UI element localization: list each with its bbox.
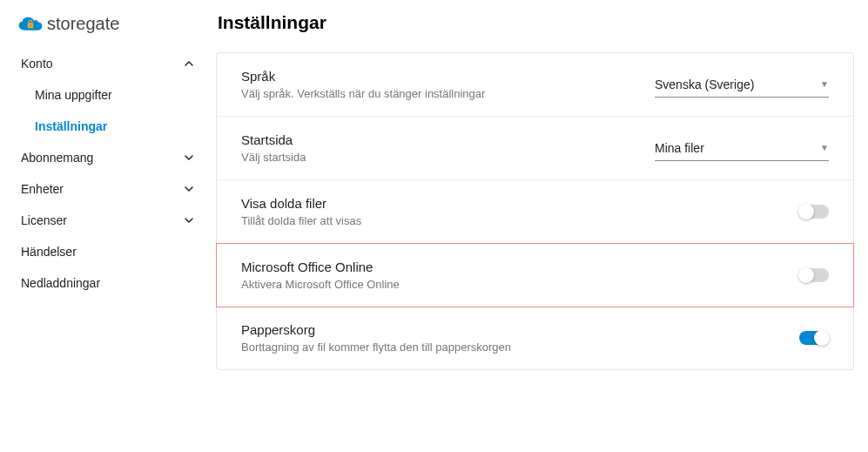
- setting-title: Visa dolda filer: [241, 196, 361, 211]
- sidebar-item-label: Mina uppgifter: [35, 88, 112, 102]
- setting-labels: Språk Välj språk. Verkställs när du stän…: [241, 69, 485, 100]
- select-value: Svenska (Sverige): [655, 78, 754, 91]
- settings-card: Språk Välj språk. Verkställs när du stän…: [216, 52, 854, 370]
- setting-desc: Aktivera Microsoft Office Online: [241, 278, 400, 291]
- sidebar-item-nedladdningar[interactable]: Nedladdningar: [0, 267, 216, 299]
- chevron-up-icon: [183, 57, 195, 70]
- sidebar-item-handelser[interactable]: Händelser: [0, 236, 216, 267]
- page-title: Inställningar: [216, 12, 854, 33]
- sidebar: storegate Konto Mina uppgifter Inställni…: [0, 0, 216, 452]
- setting-title: Startsida: [241, 132, 306, 147]
- setting-desc: Välj startsida: [241, 151, 306, 164]
- chevron-down-icon: [183, 183, 195, 195]
- trash-toggle[interactable]: [799, 331, 829, 345]
- sidebar-item-mina-uppgifter[interactable]: Mina uppgifter: [0, 79, 216, 111]
- logo[interactable]: storegate: [0, 14, 216, 48]
- sidebar-item-label: Licenser: [21, 213, 67, 227]
- sidebar-item-label: Nedladdningar: [21, 276, 100, 290]
- logo-text: storegate: [47, 14, 119, 34]
- setting-labels: Microsoft Office Online Aktivera Microso…: [241, 260, 400, 291]
- sidebar-item-label: Enheter: [21, 182, 64, 196]
- main: Inställningar Språk Välj språk. Verkstäl…: [216, 0, 868, 452]
- caret-down-icon: ▼: [820, 79, 829, 89]
- toggle-knob: [814, 330, 830, 346]
- caret-down-icon: ▼: [820, 143, 829, 152]
- hidden-files-toggle[interactable]: [799, 205, 829, 219]
- startpage-select[interactable]: Mina filer ▼: [655, 136, 829, 161]
- sidebar-item-label: Konto: [21, 57, 53, 71]
- setting-row-language: Språk Välj språk. Verkställs när du stän…: [217, 53, 853, 117]
- language-select[interactable]: Svenska (Sverige) ▼: [655, 72, 829, 98]
- setting-row-hidden-files: Visa dolda filer Tillåt dolda filer att …: [217, 180, 853, 244]
- sidebar-item-installningar[interactable]: Inställningar: [0, 111, 216, 142]
- sidebar-item-label: Händelser: [21, 245, 77, 259]
- setting-desc: Borttagning av fil kommer flytta den til…: [241, 341, 511, 354]
- setting-title: Microsoft Office Online: [241, 260, 400, 274]
- cloud-lock-icon: [17, 15, 44, 34]
- chevron-down-icon: [183, 214, 195, 226]
- select-value: Mina filer: [655, 141, 704, 155]
- chevron-down-icon: [183, 152, 195, 164]
- toggle-knob: [798, 267, 814, 283]
- toggle-knob: [798, 204, 814, 219]
- sidebar-item-konto[interactable]: Konto: [0, 48, 216, 79]
- sidebar-item-licenser[interactable]: Licenser: [0, 205, 216, 236]
- sidebar-item-label: Abonnemang: [21, 151, 93, 165]
- setting-row-trash: Papperskorg Borttagning av fil kommer fl…: [217, 307, 853, 369]
- setting-labels: Papperskorg Borttagning av fil kommer fl…: [241, 322, 511, 354]
- setting-desc: Tillåt dolda filer att visas: [241, 214, 361, 227]
- setting-row-startpage: Startsida Välj startsida Mina filer ▼: [217, 117, 853, 180]
- svg-point-1: [30, 24, 31, 26]
- sidebar-item-label: Inställningar: [35, 119, 107, 133]
- sidebar-item-enheter[interactable]: Enheter: [0, 173, 216, 205]
- office-online-toggle[interactable]: [799, 268, 829, 282]
- setting-row-office-online: Microsoft Office Online Aktivera Microso…: [216, 243, 854, 307]
- setting-title: Språk: [241, 69, 485, 84]
- setting-desc: Välj språk. Verkställs när du stänger in…: [241, 87, 485, 100]
- setting-labels: Visa dolda filer Tillåt dolda filer att …: [241, 196, 361, 227]
- setting-labels: Startsida Välj startsida: [241, 132, 306, 164]
- sidebar-item-abonnemang[interactable]: Abonnemang: [0, 142, 216, 173]
- setting-title: Papperskorg: [241, 322, 511, 337]
